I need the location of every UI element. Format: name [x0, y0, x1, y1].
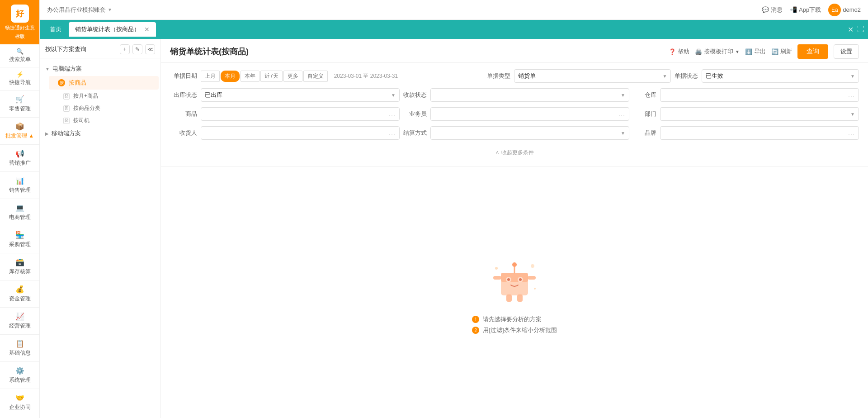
sales-label: 销售管理 [9, 186, 31, 194]
sidebar-item-retail[interactable]: 🛒 零售管理 [0, 90, 39, 118]
scheme-subitem-by-cashier[interactable]: 囧 按司机 [47, 114, 160, 127]
brand-input[interactable]: … [660, 126, 859, 140]
logo-subtitle: 标版 [15, 33, 25, 40]
mobile-scheme-group[interactable]: ▶ 移动端方案 [40, 127, 160, 140]
subitem-cashier-icon: 囧 [63, 118, 70, 124]
scheme-subitem-by-category[interactable]: 回 按商品分类 [47, 102, 160, 114]
home-tab-label: 首页 [50, 25, 61, 33]
svg-rect-6 [493, 276, 501, 280]
sidebar-item-marketing[interactable]: 📢 营销推广 [0, 145, 39, 172]
page-header: 销货单统计表(按商品) ❓ 帮助 🖨️ 按模板打印 ▼ ⬇️ 导出 [161, 39, 868, 63]
desktop-scheme-items: 按 按商品 囧 按月+商品 回 按商品分类 囧 [40, 76, 160, 127]
tab-close-window-btn[interactable]: ✕ [848, 25, 854, 34]
tab-maximize-btn[interactable]: ⛶ [857, 25, 864, 33]
settings-button[interactable]: 设置 [834, 44, 859, 59]
scheme-subitem-cashier-label: 按司机 [73, 117, 90, 124]
tab-close-btn[interactable]: ✕ [144, 26, 150, 33]
export-btn[interactable]: ⬇️ 导出 [745, 48, 766, 56]
quicknav-icon: ⚡ [16, 71, 24, 78]
edit-scheme-btn[interactable]: ✎ [132, 44, 142, 54]
app-logo[interactable]: 好 畅捷通好生意 标版 [0, 0, 40, 44]
system-icon: ⚙️ [15, 366, 24, 375]
salesperson-input[interactable]: … [430, 107, 629, 121]
out-status-input[interactable]: 已出库 ▼ [201, 88, 400, 102]
export-icon: ⬇️ [745, 48, 752, 55]
date-tab-this-year[interactable]: 本年 [241, 71, 259, 82]
industry-selector[interactable]: 办公用品行业模拟账套 ▼ [47, 6, 112, 14]
filter-panel-header: 按以下方案查询 + ✎ ≪ [40, 39, 160, 58]
sidebar-item-enterprise[interactable]: 🤝 企业协同 [0, 389, 39, 416]
add-scheme-btn[interactable]: + [120, 44, 130, 54]
svg-rect-9 [517, 294, 523, 302]
content-area: 按以下方案查询 + ✎ ≪ ▼ 电脑端方案 [40, 39, 868, 418]
consignee-input[interactable]: … [201, 126, 400, 140]
doc-status-input[interactable]: 已生效 ▼ [702, 69, 859, 83]
receipt-status-field: 收款状态 ▼ [400, 88, 629, 102]
scheme-item-by-product[interactable]: 按 按商品 [49, 76, 159, 90]
sidebar-item-finance[interactable]: 💰 资金管理 [0, 280, 39, 308]
search-menu[interactable]: 🔍 搜索菜单 [0, 44, 39, 67]
empty-state: 1 请先选择要分析的方案 2 用[过滤]条件来缩小分析范围 [161, 167, 868, 418]
message-btn[interactable]: 💬 消息 [762, 6, 783, 14]
sidebar-item-basic[interactable]: 📋 基础信息 [0, 335, 39, 362]
export-label: 导出 [754, 48, 766, 56]
operation-label: 经营管理 [9, 322, 31, 330]
product-input[interactable]: … [201, 107, 400, 121]
scheme-subitem-by-month-product[interactable]: 囧 按月+商品 [47, 90, 160, 102]
warehouse-input[interactable]: … [660, 88, 859, 102]
consignee-field: 收货人 … [170, 126, 400, 140]
doc-type-arrow: ▼ [662, 74, 667, 79]
date-tab-more[interactable]: 更多 [283, 71, 302, 82]
refresh-btn[interactable]: 🔄 刷新 [771, 48, 792, 56]
svg-rect-7 [528, 276, 536, 280]
svg-point-14 [534, 288, 536, 290]
collapse-panel-btn[interactable]: ≪ [145, 44, 155, 54]
tab-home[interactable]: 首页 [43, 22, 68, 37]
receipt-status-input[interactable]: ▼ [430, 88, 629, 102]
date-tab-custom[interactable]: 自定义 [303, 71, 328, 82]
query-button[interactable]: 查询 [797, 44, 828, 59]
filter-row-1: 单据日期 上月 本月 本年 近7天 更多 自定义 2023-03-01 至 20… [170, 69, 859, 83]
wholesale-label: 批发管理 ▲ [5, 132, 34, 140]
tab-sales-stat[interactable]: 销货单统计表（按商品） ✕ [69, 22, 156, 37]
doc-type-input[interactable]: 销货单 ▼ [514, 69, 671, 83]
help-icon: ❓ [669, 48, 676, 55]
topbar-right: 💬 消息 📲 App下载 Ea demo2 [762, 4, 861, 16]
sidebar-item-operation[interactable]: 📈 经营管理 [0, 308, 39, 335]
sidebar-item-system[interactable]: ⚙️ 系统管理 [0, 362, 39, 389]
print-btn[interactable]: 🖨️ 按模板打印 ▼ [695, 48, 740, 56]
sidebar-item-wholesale[interactable]: 📦 批发管理 ▲ [0, 118, 39, 145]
collapse-btn[interactable]: ∧ 收起更多条件 [495, 149, 533, 157]
collapse-row: ∧ 收起更多条件 [170, 145, 859, 160]
sidebar-item-ecommerce[interactable]: 💻 电商管理 [0, 199, 39, 226]
desktop-scheme-header[interactable]: ▼ 电脑端方案 [40, 62, 160, 76]
purchase-label: 采购管理 [9, 241, 31, 248]
svg-point-5 [519, 278, 522, 281]
quick-nav-label: 快捷导航 [9, 79, 31, 86]
department-input[interactable]: ▼ [660, 107, 859, 121]
main-area: 销货单统计表(按商品) ❓ 帮助 🖨️ 按模板打印 ▼ ⬇️ 导出 [161, 39, 868, 418]
receipt-status-label: 收款状态 [400, 91, 430, 99]
filter-row-3: 商品 … 业务员 … 部门 [170, 107, 859, 121]
brand-label: 品牌 [629, 129, 660, 137]
svg-point-13 [531, 264, 534, 268]
filter-row-4: 收货人 … 结算方式 ▼ 品牌 [170, 126, 859, 140]
app-download-label: App下载 [799, 6, 821, 14]
sidebar-item-inventory[interactable]: 🗃️ 库存核算 [0, 253, 39, 280]
sidebar-item-newguide[interactable]: 🧭 新手引导 [0, 416, 39, 418]
sidebar-item-purchase[interactable]: 🏪 采购管理 [0, 226, 39, 253]
user-profile[interactable]: Ea demo2 [828, 4, 861, 16]
settlement-input[interactable]: ▼ [430, 126, 629, 140]
app-download-btn[interactable]: 📲 App下载 [790, 6, 821, 14]
sales-stat-tab-label: 销货单统计表（按商品） [75, 25, 140, 33]
scheme-subitem-category-label: 按商品分类 [73, 104, 100, 112]
date-tab-this-month[interactable]: 本月 [221, 71, 240, 82]
basic-label: 基础信息 [9, 349, 31, 357]
sidebar-item-sales[interactable]: 📊 销售管理 [0, 172, 39, 199]
refresh-label: 刷新 [780, 48, 792, 56]
help-btn[interactable]: ❓ 帮助 [669, 48, 689, 56]
quick-nav[interactable]: ⚡ 快捷导航 [0, 67, 39, 90]
date-tab-last-month[interactable]: 上月 [201, 71, 220, 82]
date-tab-7days[interactable]: 近7天 [260, 71, 283, 82]
purchase-icon: 🏪 [15, 231, 24, 239]
